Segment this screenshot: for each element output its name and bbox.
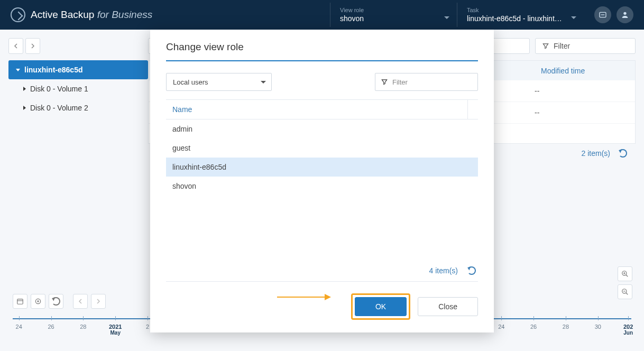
app-title: Active Backup for Business	[31, 9, 152, 21]
col-check-header	[467, 100, 478, 119]
user-row[interactable]: linuxhint-e86c5d	[166, 158, 478, 177]
caret-right-icon	[23, 106, 26, 110]
user-type-value: Local users	[173, 78, 208, 86]
close-button[interactable]: Close	[418, 297, 478, 316]
user-type-dropdown[interactable]: Local users	[166, 73, 272, 91]
ok-button[interactable]: OK	[355, 297, 407, 316]
filter-icon	[381, 78, 388, 86]
cell-modified: --	[528, 108, 629, 117]
annotation-arrow	[277, 297, 330, 298]
svg-point-6	[38, 301, 39, 302]
chevron-down-icon	[444, 16, 449, 19]
modal-item-count: 4 item(s)	[429, 266, 458, 275]
zoom-in-icon[interactable]	[618, 266, 632, 281]
calendar-icon[interactable]	[13, 294, 27, 309]
refresh-button[interactable]	[49, 294, 63, 309]
tree-child-item[interactable]: Disk 0 - Volume 2	[8, 98, 148, 117]
timeline-tick: 24	[498, 324, 504, 330]
app-header: Active Backup for Business View role sho…	[0, 0, 644, 30]
user-row[interactable]: guest	[166, 138, 478, 158]
timeline-next-button[interactable]	[91, 294, 106, 309]
task-dropdown[interactable]: Task linuxhint-e86c5d - linuxhint-e86...	[457, 3, 584, 27]
tree-child-label: Disk 0 - Volume 2	[30, 104, 88, 112]
dialog-divider	[166, 60, 478, 61]
svg-line-8	[626, 275, 628, 277]
nav-back-button[interactable]	[8, 38, 23, 54]
timeline-prev-button[interactable]	[73, 294, 88, 309]
user-row[interactable]: admin	[166, 119, 478, 138]
user-icon[interactable]	[617, 6, 633, 23]
dialog-title: Change view role	[166, 41, 478, 53]
tree-root-item[interactable]: linuxhint-e86c5d	[8, 60, 148, 79]
task-label: Task	[467, 7, 574, 13]
nav-forward-button[interactable]	[25, 38, 40, 54]
timeline-tick: 2	[146, 324, 149, 330]
message-icon[interactable]	[594, 6, 611, 23]
user-table: Name adminguestlinuxhint-e86c5dshovon	[166, 99, 478, 196]
filter-label: Filter	[554, 42, 570, 50]
svg-point-2	[623, 12, 626, 15]
tree-child-label: Disk 0 - Volume 1	[30, 85, 88, 93]
timeline-tick: 30	[595, 324, 601, 330]
cell-modified: --	[528, 87, 629, 95]
refresh-icon[interactable]	[619, 149, 627, 158]
timeline-tick: 24	[16, 324, 22, 330]
grid-item-count: 2 item(s)	[582, 149, 610, 158]
annotation-highlight: OK	[351, 293, 410, 320]
view-role-value: shovon	[340, 14, 447, 23]
timeline-tick: 26	[48, 324, 54, 330]
filter-button[interactable]: Filter	[535, 38, 636, 54]
timeline-tick: 2021May	[109, 324, 122, 336]
svg-rect-3	[17, 299, 23, 304]
timeline-toolbar	[0, 290, 106, 309]
target-icon[interactable]	[31, 294, 45, 309]
timeline-tick: 26	[530, 324, 537, 330]
tree-child-item[interactable]: Disk 0 - Volume 1	[8, 79, 148, 98]
timeline-tick: 202Jun	[623, 324, 633, 336]
col-modified-header[interactable]: Modified time	[535, 67, 635, 75]
user-row[interactable]: shovon	[166, 177, 478, 196]
filter-placeholder: Filter	[392, 78, 408, 86]
tree-root-label: linuxhint-e86c5d	[24, 66, 82, 74]
task-value: linuxhint-e86c5d - linuxhint-e86...	[467, 14, 574, 23]
refresh-icon[interactable]	[467, 266, 476, 275]
view-role-label: View role	[340, 7, 447, 13]
zoom-out-icon[interactable]	[618, 284, 632, 299]
chevron-down-icon	[571, 16, 576, 19]
change-view-role-dialog: Change view role Local users Filter Name…	[150, 30, 494, 332]
timeline-tick: 28	[80, 324, 86, 330]
svg-line-12	[626, 293, 628, 295]
app-logo-icon	[11, 7, 25, 22]
col-name-header[interactable]: Name	[166, 100, 467, 119]
svg-point-5	[35, 299, 40, 303]
caret-right-icon	[23, 87, 26, 91]
chevron-down-icon	[261, 81, 266, 84]
view-role-dropdown[interactable]: View role shovon	[330, 3, 457, 27]
timeline-tick: 28	[563, 324, 569, 330]
filter-icon	[542, 42, 549, 50]
user-filter-input[interactable]: Filter	[375, 73, 478, 91]
caret-down-icon	[16, 69, 20, 71]
